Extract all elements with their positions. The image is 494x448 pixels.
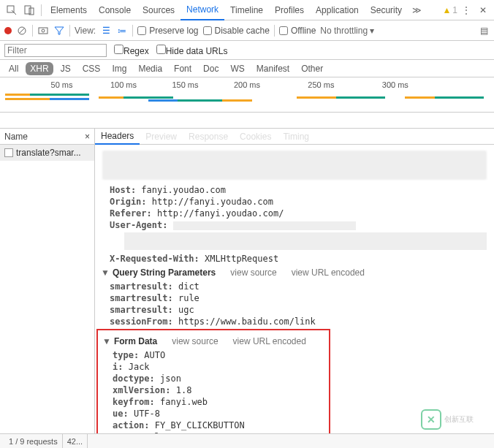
- timeline-scrubber[interactable]: [0, 113, 494, 129]
- close-icon[interactable]: ✕: [475, 5, 491, 15]
- filter-input[interactable]: [4, 44, 107, 57]
- tab-network[interactable]: Network: [180, 0, 224, 20]
- tab-profiles[interactable]: Profiles: [269, 1, 310, 20]
- status-bar: 1 / 9 requests 42...: [0, 433, 494, 448]
- type-other[interactable]: Other: [297, 62, 327, 75]
- form-section-header[interactable]: ▼Form Data view source view URL encoded: [98, 333, 329, 349]
- view-frames-icon[interactable]: ≔: [116, 25, 128, 37]
- view-list-icon[interactable]: ☰: [100, 25, 112, 37]
- dtab-headers[interactable]: Headers: [95, 129, 140, 145]
- record-icon[interactable]: [4, 27, 12, 34]
- type-filter-row: All XHR JS CSS Img Media Font Doc WS Man…: [0, 60, 494, 77]
- form-param: type: AUTO: [98, 349, 329, 361]
- name-column-header[interactable]: Name ×: [0, 129, 94, 145]
- tab-console[interactable]: Console: [93, 1, 137, 20]
- request-detail: Headers Preview Response Cookies Timing …: [95, 129, 494, 433]
- filter-icon[interactable]: [53, 25, 65, 37]
- highlighted-form-data: ▼Form Data view source view URL encoded …: [96, 329, 330, 433]
- tab-timeline[interactable]: Timeline: [224, 1, 269, 20]
- type-media[interactable]: Media: [134, 62, 167, 75]
- view-url-encoded-link[interactable]: view URL encoded: [292, 267, 365, 278]
- view-source-link[interactable]: view source: [172, 336, 218, 346]
- caret-down-icon: ▼: [102, 336, 111, 346]
- regex-checkbox[interactable]: Regex: [114, 45, 149, 56]
- network-toolbar: View: ☰ ≔ Preserve log Disable cache Off…: [0, 20, 494, 41]
- kebab-menu-icon[interactable]: ⋮: [457, 5, 475, 15]
- preserve-log-checkbox[interactable]: Preserve log: [137, 26, 198, 36]
- query-param: smartresult: dict: [95, 281, 494, 292]
- query-param: sessionFrom: https://www.baidu.com/link: [95, 316, 494, 327]
- more-tabs-icon[interactable]: ≫: [408, 5, 426, 15]
- dtab-response[interactable]: Response: [183, 129, 234, 144]
- tick: 300 ms: [382, 80, 408, 89]
- request-name: translate?smar...: [16, 148, 81, 158]
- separator: [132, 25, 133, 37]
- view-source-link[interactable]: view source: [230, 267, 276, 278]
- svg-point-6: [42, 29, 45, 32]
- separator: [274, 25, 275, 37]
- request-row[interactable]: translate?smar...: [0, 145, 94, 161]
- drawer-icon[interactable]: ▤: [478, 25, 490, 37]
- tick: 150 ms: [172, 80, 198, 89]
- query-param: smartresult: ugc: [95, 304, 494, 316]
- type-img[interactable]: Img: [107, 62, 131, 75]
- device-icon[interactable]: [23, 4, 35, 16]
- tab-application[interactable]: Application: [310, 1, 365, 20]
- redacted-inline: [173, 221, 356, 230]
- separator: [41, 4, 42, 16]
- tick: 100 ms: [110, 80, 137, 89]
- devtools-main-tabs: Elements Console Sources Network Timelin…: [0, 0, 494, 20]
- type-ws[interactable]: WS: [226, 62, 248, 75]
- request-list: Name × translate?smar...: [0, 129, 95, 433]
- inspect-icon[interactable]: [6, 4, 18, 16]
- redacted-block: [102, 151, 487, 180]
- form-param: i: Jack: [98, 361, 329, 373]
- type-doc[interactable]: Doc: [199, 62, 223, 75]
- svg-rect-5: [39, 28, 48, 34]
- tick: 50 ms: [51, 80, 73, 89]
- separator: [32, 25, 33, 37]
- capture-screenshots-icon[interactable]: [37, 25, 49, 37]
- tab-elements[interactable]: Elements: [45, 1, 93, 20]
- dtab-timing[interactable]: Timing: [277, 129, 315, 144]
- header-origin: Origin: http://fanyi.youdao.com: [95, 196, 494, 208]
- view-label: View:: [75, 26, 96, 36]
- form-param: action: FY_BY_CLICKBUTTON: [98, 419, 329, 431]
- file-icon: [4, 148, 13, 157]
- type-xhr[interactable]: XHR: [26, 62, 53, 75]
- separator: [69, 25, 70, 37]
- disable-cache-checkbox[interactable]: Disable cache: [203, 26, 270, 36]
- timeline-overview[interactable]: 50 ms 100 ms 150 ms 200 ms 250 ms 300 ms: [0, 77, 494, 113]
- offline-checkbox[interactable]: Offline: [279, 26, 316, 36]
- headers-panel: Host: fanyi.youdao.com Origin: http://fa…: [95, 145, 494, 433]
- dtab-preview[interactable]: Preview: [140, 129, 183, 144]
- query-param: smartresult: rule: [95, 292, 494, 304]
- watermark-text: 创新互联: [444, 414, 474, 425]
- form-param: ue: UTF-8: [98, 408, 329, 419]
- type-font[interactable]: Font: [170, 62, 196, 75]
- redacted-block: [124, 232, 487, 250]
- hide-data-urls-label: Hide data URLs: [166, 46, 228, 56]
- caret-down-icon: ▼: [101, 267, 110, 278]
- status-transfer: 42...: [63, 434, 88, 448]
- query-section-header[interactable]: ▼Query String Parameters view source vie…: [95, 265, 494, 281]
- tab-security[interactable]: Security: [365, 1, 408, 20]
- close-details-icon[interactable]: ×: [85, 132, 90, 142]
- type-css[interactable]: CSS: [78, 62, 105, 75]
- watermark: ✕ 创新互联: [421, 409, 487, 430]
- tab-sources[interactable]: Sources: [137, 1, 180, 20]
- svg-line-4: [19, 28, 25, 34]
- warnings-badge[interactable]: ▲1: [442, 5, 457, 15]
- detail-tabs: Headers Preview Response Cookies Timing: [95, 129, 494, 145]
- dtab-cookies[interactable]: Cookies: [234, 129, 277, 144]
- hide-data-urls-checkbox[interactable]: Hide data URLs: [156, 45, 228, 56]
- type-manifest[interactable]: Manifest: [252, 62, 294, 75]
- throttling-select[interactable]: No throttling ▾: [320, 26, 374, 36]
- type-js[interactable]: JS: [56, 62, 75, 75]
- clear-icon[interactable]: [16, 25, 28, 37]
- watermark-logo-icon: ✕: [421, 409, 441, 430]
- preserve-log-label: Preserve log: [149, 26, 198, 36]
- view-url-encoded-link[interactable]: view URL encoded: [233, 336, 306, 346]
- type-all[interactable]: All: [4, 62, 23, 75]
- main-panel: Name × translate?smar... Headers Preview…: [0, 129, 494, 433]
